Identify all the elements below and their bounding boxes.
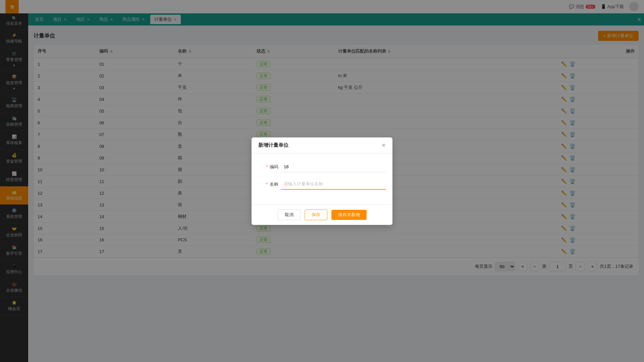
modal-header: 新增计量单位 ✕ [252, 137, 392, 154]
modal-close-button[interactable]: ✕ [381, 142, 386, 148]
form-row-name: * 名称 [258, 179, 386, 190]
form-code-label: * 编码 [258, 164, 278, 170]
modal-overlay[interactable]: 新增计量单位 ✕ * 编码 * 名称 取消 保存 保存并新增 [0, 0, 644, 362]
modal-footer: 取消 保存 保存并新增 [252, 204, 392, 225]
save-button[interactable]: 保存 [305, 209, 327, 220]
add-unit-modal: 新增计量单位 ✕ * 编码 * 名称 取消 保存 保存并新增 [252, 137, 392, 225]
code-input[interactable] [281, 162, 386, 172]
save-new-button[interactable]: 保存并新增 [331, 210, 367, 220]
required-star-name: * [266, 182, 268, 187]
name-input[interactable] [281, 179, 386, 190]
modal-title: 新增计量单位 [258, 142, 288, 148]
form-row-code: * 编码 [258, 162, 386, 172]
cancel-button[interactable]: 取消 [278, 209, 301, 220]
required-star-code: * [266, 164, 268, 169]
modal-body: * 编码 * 名称 [252, 154, 392, 204]
form-name-label: * 名称 [258, 181, 278, 187]
